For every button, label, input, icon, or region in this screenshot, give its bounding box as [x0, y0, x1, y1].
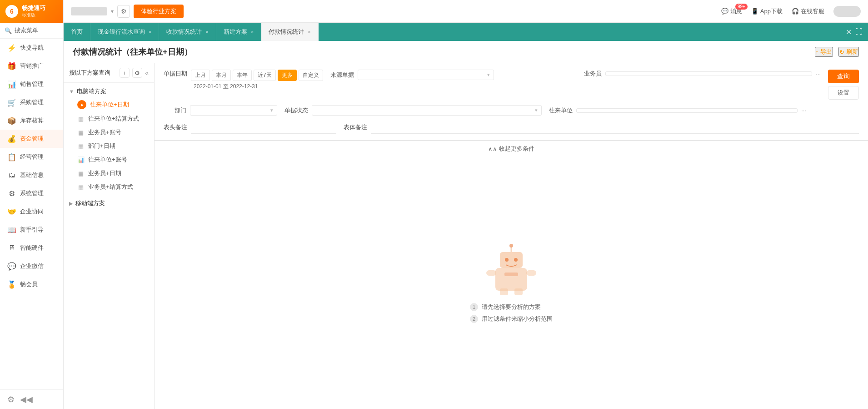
pc-group-title[interactable]: ▼ 电脑端方案	[64, 86, 154, 97]
collapse-sidebar-icon[interactable]: ◀◀	[20, 394, 33, 404]
member-icon: 🏅	[7, 280, 16, 289]
date-btn-this-month[interactable]: 本月	[212, 70, 231, 81]
dept-select[interactable]: ▾	[190, 105, 277, 116]
close-tab-bank-flow-icon[interactable]: ×	[149, 29, 151, 35]
sidebar-item-wechat[interactable]: 💬 企业微信	[0, 257, 63, 275]
breadcrumb	[71, 7, 107, 15]
date-btn-last-7-days[interactable]: 近7天	[254, 70, 276, 81]
sidebar-item-quick-nav[interactable]: ⚡ 快捷导航	[0, 39, 63, 57]
message-btn[interactable]: 💬 消息 99+	[721, 7, 742, 15]
staff-select[interactable]	[605, 71, 812, 76]
expand-tab-icon[interactable]: ⛶	[855, 28, 863, 36]
logo-text-group: 畅捷通巧 标准版	[22, 5, 45, 18]
source-select[interactable]: ▾	[358, 70, 494, 80]
sidebar-item-operations[interactable]: 📋 经营管理	[0, 148, 63, 166]
sidebar-item-member[interactable]: 🏅 畅会员	[0, 275, 63, 293]
collapse-more-btn[interactable]: ∧∧ 收起更多条件	[155, 141, 868, 157]
scheme-settings-btn[interactable]: ⚙	[132, 68, 142, 78]
staff-more-icon[interactable]: ···	[816, 71, 821, 77]
date-btn-more[interactable]: 更多	[278, 70, 297, 81]
date-btn-custom[interactable]: 自定义	[299, 70, 323, 81]
close-tab-new-scheme-icon[interactable]: ×	[251, 29, 254, 35]
scheme-item-staff-settlement[interactable]: ▦ 业务员+结算方式	[64, 180, 154, 194]
unit-select[interactable]	[576, 108, 798, 113]
sidebar-item-sales[interactable]: 📊 销售管理	[0, 75, 63, 93]
unit-more-icon[interactable]: ···	[801, 107, 806, 114]
sidebar-item-label: 智能硬件	[20, 244, 44, 252]
sidebar-item-label: 库存核算	[20, 116, 44, 125]
search-menu[interactable]: 🔍 搜索菜单	[0, 23, 63, 39]
online-service-label: 在线客服	[801, 7, 824, 15]
online-service-btn[interactable]: 🎧 在线客服	[792, 7, 824, 15]
content-body: 按以下方案查询 + ⚙ « ▼ 电脑端方案	[64, 63, 868, 409]
close-all-tabs-icon[interactable]: ✕	[846, 28, 852, 36]
app-download-btn[interactable]: 📱 App下载	[751, 7, 783, 15]
header-remark-input[interactable]	[191, 121, 336, 134]
mobile-group-title[interactable]: ▶ 移动端方案	[64, 197, 154, 210]
scheme-panel-header: 按以下方案查询 + ⚙ «	[64, 63, 154, 83]
body-remark-input[interactable]	[371, 121, 859, 134]
scheme-item-staff-date[interactable]: ▦ 业务员+日期	[64, 167, 154, 180]
sidebar-item-guide[interactable]: 📖 新手引导	[0, 221, 63, 239]
voucher-status-label: 单据状态	[284, 106, 308, 115]
topbar: ▾ ⚙ 体验行业方案 💬 消息 99+ 📱 App下载 🎧 在线客服	[64, 0, 868, 23]
sidebar-item-label: 新手引导	[20, 226, 44, 234]
body-remark-label: 表体备注	[344, 123, 367, 131]
tab-bar: 首页 现金银行流水查询 × 收款情况统计 × 新建方案 × 付款情况统计 × ✕…	[64, 23, 868, 41]
sidebar-item-inventory[interactable]: 📦 库存核算	[0, 111, 63, 130]
close-tab-receipt-icon[interactable]: ×	[205, 29, 208, 35]
breadcrumb-dropdown-icon[interactable]: ▾	[111, 8, 114, 15]
grid-icon-2: ▦	[77, 129, 85, 136]
date-btn-last-month[interactable]: 上月	[191, 70, 210, 81]
settings-btn[interactable]: 设置	[828, 86, 859, 100]
funds-icon: 💰	[7, 134, 16, 143]
filter-form: 单据日期 上月 本月 本年 近7天 更多 自定义 20	[155, 63, 868, 141]
tab-new-scheme[interactable]: 新建方案 ×	[216, 23, 261, 41]
sidebar-item-funds[interactable]: 💰 资金管理	[0, 130, 63, 148]
date-btn-this-year[interactable]: 本年	[233, 70, 252, 81]
topbar-settings-btn[interactable]: ⚙	[117, 5, 130, 18]
sidebar-item-hardware[interactable]: 🖥 智能硬件	[0, 239, 63, 257]
scheme-item-dept-date[interactable]: ▦ 部门+日期	[64, 139, 154, 153]
chevron-up-icon: ∧∧	[488, 146, 497, 152]
active-scheme-icon: ●	[77, 100, 86, 109]
tab-receipt-stats-label: 收款情况统计	[166, 28, 202, 36]
tab-home[interactable]: 首页	[64, 23, 90, 41]
voucher-status-select[interactable]: ▾	[312, 105, 542, 116]
scheme-collapse-btn[interactable]: «	[145, 69, 149, 76]
export-btn[interactable]: ↑ 导出	[815, 47, 833, 57]
sales-icon: 📊	[7, 80, 16, 89]
sidebar-item-system[interactable]: ⚙ 系统管理	[0, 184, 63, 202]
scheme-item-staff-account[interactable]: ▦ 业务员+账号	[64, 126, 154, 139]
sidebar-footer: ⚙ ◀◀	[0, 389, 63, 409]
tab-payment-stats[interactable]: 付款情况统计 ×	[261, 23, 318, 41]
message-icon: 💬	[721, 8, 728, 15]
tab-payment-stats-label: 付款情况统计	[269, 28, 304, 36]
sidebar-item-label: 资金管理	[20, 135, 44, 143]
sidebar-item-enterprise[interactable]: 🤝 企业协同	[0, 202, 63, 221]
scheme-item-unit-account[interactable]: 📊 往来单位+账号	[64, 153, 154, 167]
query-btn[interactable]: 查询	[828, 70, 859, 83]
user-avatar[interactable]	[833, 6, 861, 17]
scheme-add-btn[interactable]: +	[120, 68, 130, 78]
mobile-chevron-icon: ▶	[69, 201, 73, 207]
scheme-item-unit-settlement[interactable]: ▦ 往来单位+结算方式	[64, 112, 154, 126]
page-header: 付款情况统计（往来单位+日期） ↑ 导出 ↻ 刷新	[64, 41, 868, 63]
refresh-icon: ↻	[839, 49, 844, 56]
scheme-item-unit-date[interactable]: ● 往来单位+日期	[64, 97, 154, 112]
sidebar-item-marketing[interactable]: 🎁 营销推广	[0, 57, 63, 75]
svg-point-2	[505, 258, 509, 262]
sidebar-item-purchase[interactable]: 🛒 采购管理	[0, 93, 63, 111]
tab-bank-flow[interactable]: 现金银行流水查询 ×	[90, 23, 159, 41]
header-remark-label: 表头备注	[164, 123, 187, 131]
refresh-btn[interactable]: ↻ 刷新	[838, 47, 859, 57]
content-area: 付款情况统计（往来单位+日期） ↑ 导出 ↻ 刷新 按以下方案查询	[64, 41, 868, 409]
sidebar-item-basic[interactable]: 🗂 基础信息	[0, 166, 63, 184]
sidebar-item-label: 基础信息	[20, 171, 44, 179]
settings-footer-icon[interactable]: ⚙	[7, 394, 15, 404]
grid-icon-5: ▦	[77, 183, 85, 191]
trial-btn[interactable]: 体验行业方案	[134, 5, 184, 18]
voucher-status-dropdown-icon: ▾	[535, 107, 538, 113]
tab-receipt-stats[interactable]: 收款情况统计 ×	[159, 23, 216, 41]
close-tab-payment-icon[interactable]: ×	[308, 29, 310, 35]
